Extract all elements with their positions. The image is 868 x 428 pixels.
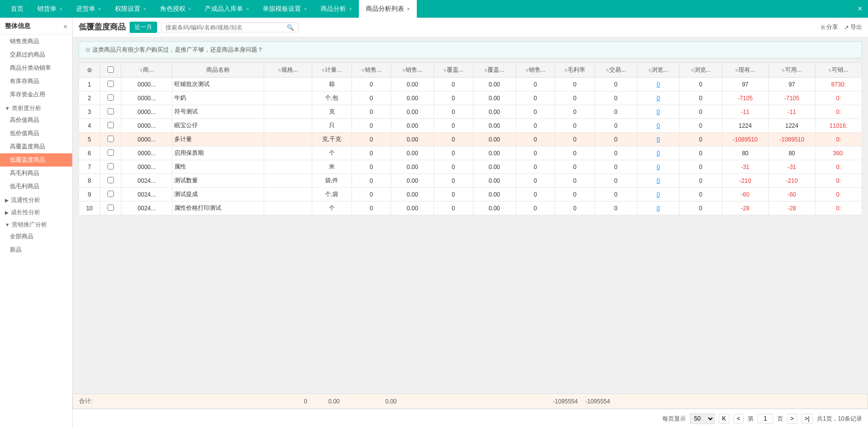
page-input[interactable] <box>758 414 773 424</box>
row-browse1[interactable]: 0 <box>637 160 679 174</box>
row-checkbox[interactable] <box>108 177 114 183</box>
next-page-button[interactable]: > <box>787 414 797 424</box>
sidebar-item-in-stock[interactable]: 有库存商品 <box>0 75 72 88</box>
close-icon[interactable]: × <box>246 6 249 12</box>
row-browse1[interactable]: 0 <box>637 119 679 133</box>
row-checkbox-cell[interactable] <box>100 119 121 133</box>
row-checkbox[interactable] <box>108 94 114 101</box>
sidebar-item-category-rate[interactable]: 商品分类动销率 <box>0 61 72 75</box>
row-checkbox-cell[interactable] <box>100 188 121 201</box>
sidebar-group-coverage[interactable]: ▼ 类射度分析 <box>0 101 72 114</box>
nav-tab-purchase[interactable]: 进货单 × <box>69 0 108 18</box>
sidebar-item-new-goods[interactable]: 新品 <box>0 243 72 257</box>
row-checkbox-cell[interactable] <box>100 160 121 174</box>
row-checkbox-cell[interactable] <box>100 105 121 119</box>
trade-col-header[interactable]: ⇅交易... <box>595 63 637 78</box>
last-page-button[interactable]: >| <box>801 414 813 424</box>
nav-tab-home[interactable]: 首页 <box>4 0 30 18</box>
row-current: -31 <box>722 160 768 174</box>
select-all-checkbox[interactable] <box>108 66 114 73</box>
row-checkbox-cell[interactable] <box>100 201 121 215</box>
row-browse1[interactable]: 0 <box>637 105 679 119</box>
row-checkbox[interactable] <box>108 204 114 211</box>
time-filter-button[interactable]: 近一月 <box>130 22 157 33</box>
row-checkbox[interactable] <box>108 108 114 114</box>
nav-tab-templates[interactable]: 单据模板设置 × <box>256 0 314 18</box>
export-button[interactable]: ↗ 导出 <box>844 23 862 31</box>
close-icon[interactable]: × <box>143 6 146 12</box>
row-browse1[interactable]: 0 <box>637 91 679 105</box>
nav-tab-products[interactable]: 产成品入库单 × <box>198 0 256 18</box>
close-all-button[interactable]: × <box>858 4 862 13</box>
close-icon[interactable]: × <box>407 6 410 12</box>
sidebar-item-high-margin[interactable]: 高毛利商品 <box>0 167 72 180</box>
prev-page-button[interactable]: < <box>733 414 744 424</box>
row-checkbox[interactable] <box>108 191 114 197</box>
row-checkbox[interactable] <box>108 81 114 87</box>
row-sales-days: 0 <box>515 105 555 119</box>
sales-count-col-header[interactable]: ⇅销售... <box>352 63 391 78</box>
table-container[interactable]: ⚙ ⇅商... 商品名称 ⇅规格... ⇅计量... ⇅销售... ⇅销售...… <box>79 62 862 394</box>
nav-tab-roles[interactable]: 角色授权 × <box>153 0 198 18</box>
sidebar-item-low-value[interactable]: 低价值商品 <box>0 127 72 140</box>
row-browse1[interactable]: 0 <box>637 201 679 215</box>
row-checkbox-cell[interactable] <box>100 146 121 160</box>
sidebar-item-high-coverage[interactable]: 高覆盖度商品 <box>0 140 72 153</box>
sellable-col-header[interactable]: ⇅可销... <box>815 63 862 78</box>
close-icon[interactable]: × <box>304 6 307 12</box>
row-browse1[interactable]: 0 <box>637 188 679 201</box>
nav-tab-permissions[interactable]: 权限设置 × <box>108 0 153 18</box>
row-checkbox[interactable] <box>108 122 114 128</box>
gross-rate-col-header[interactable]: ⇅毛利率 <box>555 63 595 78</box>
nav-tab-analysis-list[interactable]: 商品分析列表 × <box>359 0 417 18</box>
settings-col-header[interactable]: ⚙ <box>79 63 100 78</box>
unit-col-header[interactable]: ⇅计量... <box>312 63 352 78</box>
row-checkbox-cell[interactable] <box>100 174 121 188</box>
sales-days-col-header[interactable]: ⇅销售... <box>515 63 555 78</box>
check-col-header[interactable] <box>100 63 121 78</box>
sidebar-collapse-button[interactable]: « <box>63 22 67 30</box>
row-browse1[interactable]: 0 <box>637 133 679 146</box>
code-col-header[interactable]: ⇅商... <box>121 63 172 78</box>
first-page-button[interactable]: K <box>719 414 730 424</box>
sidebar-item-sales-goods[interactable]: 销售类商品 <box>0 35 72 48</box>
browse2-col-header[interactable]: ⇅浏览... <box>679 63 722 78</box>
cover-rate-col-header[interactable]: ⇅覆盖... <box>473 63 515 78</box>
search-input[interactable] <box>165 24 287 31</box>
sidebar-group-marketing[interactable]: ▼ 营销推广分析 <box>0 218 72 230</box>
row-unit: 袋,件 <box>312 174 352 188</box>
nav-tab-analysis[interactable]: 商品分析 × <box>314 0 359 18</box>
cover-count-col-header[interactable]: ⇅覆盖... <box>434 63 473 78</box>
sidebar-item-low-margin[interactable]: 低毛利商品 <box>0 180 72 193</box>
row-checkbox-cell[interactable] <box>100 91 121 105</box>
row-checkbox[interactable] <box>108 136 114 142</box>
row-checkbox-cell[interactable] <box>100 133 121 146</box>
row-checkbox[interactable] <box>108 149 114 156</box>
row-checkbox-cell[interactable] <box>100 78 121 91</box>
name-col-header[interactable]: 商品名称 <box>172 63 264 78</box>
sidebar-item-stock-capital[interactable]: 库存资金占用 <box>0 88 72 101</box>
sales-amount-col-header[interactable]: ⇅销售... <box>391 63 434 78</box>
close-icon[interactable]: × <box>349 6 352 12</box>
row-checkbox[interactable] <box>108 163 114 170</box>
close-icon[interactable]: × <box>98 6 101 12</box>
share-button[interactable]: ⎘ 分享 <box>821 23 838 31</box>
search-box[interactable]: 🔍 <box>161 23 298 32</box>
available-col-header[interactable]: ⇅可用... <box>768 63 815 78</box>
browse1-col-header[interactable]: ⇅浏览... <box>637 63 679 78</box>
close-icon[interactable]: × <box>59 6 62 12</box>
sidebar-item-all-goods[interactable]: 全部商品 <box>0 230 72 243</box>
row-browse1[interactable]: 0 <box>637 78 679 91</box>
sidebar-item-low-coverage[interactable]: 低覆盖度商品 <box>0 153 72 167</box>
nav-tab-sales[interactable]: 销货单 × <box>30 0 69 18</box>
sidebar-group-growth[interactable]: ▶ 成长性分析 <box>0 205 72 218</box>
per-page-select[interactable]: 50 20 100 <box>690 413 715 424</box>
spec-col-header[interactable]: ⇅规格... <box>264 63 312 78</box>
close-icon[interactable]: × <box>189 6 191 12</box>
current-col-header[interactable]: ⇅现有... <box>722 63 768 78</box>
sidebar-item-traded-goods[interactable]: 交易过的商品 <box>0 48 72 61</box>
row-browse1[interactable]: 0 <box>637 146 679 160</box>
sidebar-group-liquidity[interactable]: ▶ 流通性分析 <box>0 193 72 205</box>
row-browse1[interactable]: 0 <box>637 174 679 188</box>
sidebar-item-high-value[interactable]: 高价值商品 <box>0 114 72 127</box>
